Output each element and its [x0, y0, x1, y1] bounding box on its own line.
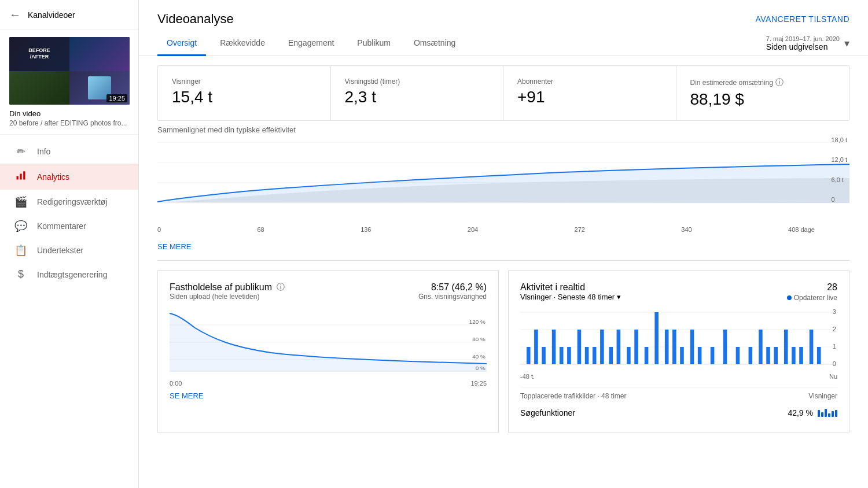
stat-cell-abonnenter: Abonnenter +91 — [503, 66, 676, 120]
tab-raekkevidde[interactable]: Rækkevidde — [211, 31, 274, 56]
sidebar-header: ← Kanalvideoer — [0, 0, 138, 30]
thumb-cell-3 — [9, 71, 69, 105]
editor-icon: 🎬 — [14, 195, 28, 208]
comments-icon: 💬 — [14, 220, 28, 232]
bottom-panels: Fastholdelse af publikum ⓘ Siden upload … — [157, 270, 849, 433]
stat-label-visninger: Visninger — [172, 77, 317, 86]
realtime-dropdown[interactable]: Visninger · Seneste 48 timer ▾ — [520, 293, 621, 301]
svg-rect-36 — [634, 330, 638, 364]
svg-text:80 %: 80 % — [472, 336, 486, 342]
video-thumbnail[interactable]: BEFORE/AFTER 19:25 — [9, 37, 130, 105]
svg-rect-24 — [534, 330, 538, 364]
tab-publikum[interactable]: Publikum — [348, 31, 400, 56]
x-label-5: 340 — [681, 226, 692, 233]
sidebar-label-info: Info — [37, 147, 50, 156]
svg-rect-0 — [17, 176, 19, 180]
audience-panel-header: Fastholdelse af publikum ⓘ Siden upload … — [170, 282, 487, 301]
advanced-mode-button[interactable]: AVANCERET TILSTAND — [755, 14, 849, 24]
realtime-x-labels: -48 t. Nu — [520, 373, 837, 380]
svg-rect-46 — [736, 347, 740, 364]
video-thumbnail-container: BEFORE/AFTER 19:25 Din video 20 before /… — [0, 30, 138, 135]
svg-rect-45 — [723, 330, 727, 364]
sidebar-item-info[interactable]: ✏ Info — [0, 139, 138, 164]
traffic-row: Søgefunktioner 42,9 % — [520, 405, 837, 421]
monetization-icon: $ — [14, 268, 28, 280]
traffic-source-name: Søgefunktioner — [520, 408, 575, 417]
traffic-header: Topplacerede trafikkilder · 48 timer Vis… — [520, 392, 837, 400]
x-label-2: 136 — [361, 226, 371, 233]
svg-rect-29 — [578, 330, 582, 364]
video-subtitle: 20 before / after EDITING photos fro... — [9, 119, 129, 127]
realtime-chart: 3 2 1 0 — [520, 306, 837, 370]
realtime-panel-header: Aktivitet i realtid Visninger · Seneste … — [520, 282, 837, 302]
audience-x-end: 19:25 — [470, 380, 487, 387]
sidebar-label-subtitles: Undertekster — [37, 246, 83, 255]
section-divider — [157, 260, 849, 261]
x-label-6: 408 dage — [788, 226, 815, 233]
video-duration: 19:25 — [106, 94, 127, 102]
svg-text:120 %: 120 % — [469, 319, 486, 324]
tab-engagement[interactable]: Engagement — [279, 31, 343, 56]
sidebar-item-editor[interactable]: 🎬 Redigeringsværktøj — [0, 190, 138, 214]
svg-rect-47 — [749, 347, 753, 364]
audience-info-icon[interactable]: ⓘ — [277, 282, 285, 293]
audience-see-more[interactable]: SE MERE — [170, 387, 487, 400]
svg-text:2: 2 — [833, 326, 836, 332]
sidebar-label-comments: Kommentarer — [37, 221, 86, 231]
sidebar-item-subtitles[interactable]: 📋 Undertekster — [0, 238, 138, 263]
back-icon[interactable]: ← — [9, 8, 21, 21]
y-label-1: 18,0 t — [831, 136, 847, 143]
stat-value-visninger: 15,4 t — [172, 88, 317, 106]
page-title: Videoanalyse — [157, 12, 234, 27]
traffic-source-value: 42,9 % — [788, 408, 813, 417]
edit-icon: ✏ — [14, 145, 28, 158]
audience-stat-label: Gns. visningsvarighed — [418, 293, 487, 301]
main-header: Videoanalyse AVANCERET TILSTAND — [139, 0, 868, 27]
audience-x-start: 0:00 — [170, 380, 182, 387]
svg-rect-34 — [617, 330, 621, 364]
tabs-bar: Oversigt Rækkevidde Engagement Publikum … — [139, 27, 868, 56]
svg-rect-44 — [711, 347, 715, 364]
chevron-down-icon: ▾ — [844, 37, 849, 50]
stat-cell-omsaetning: Din estimerede omsætning ⓘ 88,19 $ — [676, 66, 849, 120]
traffic-section: Topplacerede trafikkilder · 48 timer Vis… — [520, 387, 837, 421]
svg-rect-48 — [759, 330, 763, 364]
traffic-value-container: 42,9 % — [788, 408, 837, 417]
svg-rect-49 — [766, 347, 770, 364]
tab-omsaetning[interactable]: Omsætning — [404, 31, 465, 56]
svg-rect-43 — [698, 347, 702, 364]
svg-rect-39 — [665, 330, 669, 364]
svg-rect-38 — [654, 312, 659, 364]
svg-text:40 %: 40 % — [472, 353, 486, 359]
date-range-selector[interactable]: 7. maj 2019–17. jun. 2020 Siden udgivels… — [766, 35, 849, 51]
svg-rect-51 — [784, 330, 788, 364]
sidebar-item-comments[interactable]: 💬 Kommentarer — [0, 214, 138, 238]
audience-x-axis: 0:00 19:25 — [170, 380, 487, 387]
realtime-panel: Aktivitet i realtid Visninger · Seneste … — [508, 270, 849, 433]
svg-rect-27 — [560, 347, 564, 364]
svg-rect-28 — [567, 347, 571, 364]
y-label-3: 6,0 t — [831, 176, 847, 183]
svg-rect-25 — [542, 347, 546, 364]
realtime-x-start: -48 t. — [520, 373, 535, 380]
x-label-0: 0 — [157, 226, 161, 233]
y-label-4: 0 — [831, 196, 847, 203]
svg-rect-53 — [799, 347, 803, 364]
traffic-header-left: Topplacerede trafikkilder · 48 timer — [520, 392, 626, 400]
x-axis-labels: 0 68 136 204 272 340 408 dage — [157, 226, 849, 233]
sidebar-item-monetization[interactable]: $ Indtægtsgenerering — [0, 263, 138, 286]
stat-value-abonnenter: +91 — [517, 88, 662, 106]
realtime-stat: 28 — [787, 282, 837, 293]
svg-rect-52 — [792, 347, 796, 364]
sidebar-item-analytics[interactable]: Analytics — [0, 164, 138, 190]
main-content: Videoanalyse AVANCERET TILSTAND Oversigt… — [139, 0, 868, 488]
sidebar-label-editor: Redigeringsværktøj — [37, 197, 107, 206]
svg-rect-2 — [23, 171, 25, 179]
stat-label-visningstid: Visningstid (timer) — [345, 77, 490, 86]
sidebar-label-monetization: Indtægtsgenerering — [37, 270, 107, 279]
tab-oversigt[interactable]: Oversigt — [157, 31, 206, 56]
info-icon[interactable]: ⓘ — [775, 77, 784, 88]
svg-rect-33 — [609, 347, 613, 364]
svg-rect-23 — [527, 347, 531, 364]
see-more-link[interactable]: SE MERE — [139, 240, 868, 260]
